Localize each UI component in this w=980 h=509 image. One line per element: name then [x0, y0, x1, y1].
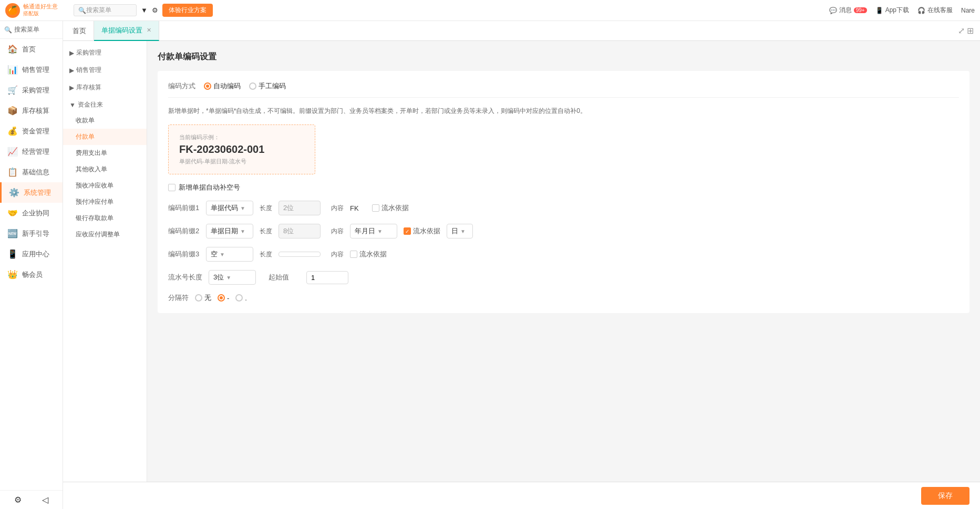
sidebar-item-sales[interactable]: 📊 销售管理: [0, 59, 63, 80]
tab-close-icon[interactable]: ✕: [147, 27, 151, 34]
sub-item-receipt[interactable]: 收款单: [63, 112, 147, 129]
purchase-icon: 🛒: [7, 85, 18, 95]
group-sales-title[interactable]: ▶ 销售管理: [63, 63, 147, 78]
experience-button[interactable]: 体验行业方案: [162, 4, 213, 17]
separator-dot-circle: [235, 294, 243, 302]
message-icon: 💬: [829, 7, 837, 14]
serial1-box: [372, 204, 379, 212]
serial-length-select[interactable]: 3位 ▼: [209, 270, 256, 285]
logo-sub: 搭配版: [23, 10, 58, 17]
serial2-checkbox[interactable]: ✓ 流水依据: [404, 226, 440, 236]
tab-code-settings[interactable]: 单据编码设置 ✕: [94, 21, 159, 41]
finance-icon: 💰: [7, 126, 18, 136]
sidebar-item-purchase[interactable]: 🛒 采购管理: [0, 80, 63, 100]
sidebar-item-apps[interactable]: 📱 应用中心: [0, 244, 63, 264]
collapse-icon[interactable]: ◁: [42, 495, 48, 505]
sidebar: 🔍 搜索菜单 🏠 首页 📊 销售管理 🛒 采购管理 📦 库存核算 💰 资金管理 …: [0, 21, 63, 509]
prefix3-arrow: ▼: [220, 252, 225, 257]
sidebar-search[interactable]: 🔍 搜索菜单: [0, 21, 63, 39]
tab-home-label: 首页: [73, 26, 86, 36]
sidebar-item-system[interactable]: ⚙️ 系统管理: [0, 182, 63, 203]
sub-item-bank[interactable]: 银行存取款单: [63, 210, 147, 226]
sidebar-label-business: 经营管理: [22, 147, 49, 157]
sub-item-pre-receipt[interactable]: 预收冲应收单: [63, 178, 147, 194]
manual-encode-radio[interactable]: 手工编码: [249, 81, 286, 91]
group-purchase-label: 采购管理: [76, 48, 101, 57]
arrow-right-icon3: ▶: [69, 84, 74, 91]
sales-icon: 📊: [7, 65, 18, 75]
sidebar-item-member[interactable]: 👑 畅会员: [0, 264, 63, 285]
separator-dash[interactable]: -: [218, 294, 229, 302]
sidebar-item-cooperation[interactable]: 🤝 企业协同: [0, 203, 63, 223]
separator-none-circle: [195, 294, 202, 302]
top-header: 🍊 畅通道好生意 搭配版 🔍 搜索菜单 ▼ ⚙ 体验行业方案 💬 消息 99+ …: [0, 0, 980, 21]
sub-item-expense[interactable]: 费用支出单: [63, 145, 147, 161]
content2-value: 年月日: [355, 226, 375, 236]
content-panel: 付款单编码设置 编码方式 自动编码 手工编码 新增单据时，*单据编码*自动生成: [147, 41, 980, 509]
sidebar-item-home[interactable]: 🏠 首页: [0, 39, 63, 59]
auto-encode-label: 自动编码: [213, 81, 241, 91]
separator-dash-label: -: [227, 294, 229, 302]
length1-label: 长度: [260, 204, 272, 213]
group-capital-label: 资金往来: [78, 100, 103, 109]
group-purchase-title[interactable]: ▶ 采购管理: [63, 45, 147, 60]
group-capital: ▼ 资金往来 收款单 付款单 费用支出单 其他收入单 预收冲应收单 预付冲应付单…: [63, 97, 147, 243]
user-info[interactable]: Nare: [961, 7, 975, 14]
start-value-input[interactable]: [306, 271, 348, 284]
basic-icon: 📋: [7, 167, 18, 177]
auto-fill-checkbox[interactable]: [168, 184, 176, 191]
logo-text: 畅通道好生意: [23, 3, 58, 10]
content1-label: 内容: [331, 204, 344, 213]
sub-item-other-income[interactable]: 其他收入单: [63, 161, 147, 178]
prefix3-label: 编码前缀3: [168, 250, 200, 259]
serial-length-value: 3位: [213, 273, 224, 282]
sidebar-item-guide[interactable]: 🆕 新手引导: [0, 223, 63, 244]
preview-value: FK-20230602-001: [179, 143, 304, 155]
content1-value: FK: [350, 204, 366, 212]
app-download-item[interactable]: 📱 App下载: [875, 6, 909, 15]
separator-none[interactable]: 无: [195, 293, 211, 303]
group-capital-title[interactable]: ▼ 资金往来: [63, 97, 147, 112]
serial1-checkbox[interactable]: 流水依据: [372, 203, 409, 213]
separator-dot[interactable]: .: [235, 294, 247, 302]
prefix2-select[interactable]: 单据日期 ▼: [206, 224, 253, 238]
sidebar-item-basic[interactable]: 📋 基础信息: [0, 162, 63, 182]
sidebar-item-business[interactable]: 📈 经营管理: [0, 141, 63, 162]
arrow-right-icon2: ▶: [69, 67, 74, 74]
message-item[interactable]: 💬 消息 99+: [829, 6, 867, 15]
prefix3-select[interactable]: 空 ▼: [206, 247, 253, 262]
serial2-unit-value: 日: [451, 226, 458, 236]
auto-fill-label: 新增单据自动补空号: [179, 183, 240, 192]
tab-home[interactable]: 首页: [65, 21, 94, 41]
serial-length-arrow: ▼: [226, 275, 231, 281]
chevron-down-icon[interactable]: ▼: [141, 6, 148, 14]
auto-encode-radio[interactable]: 自动编码: [204, 81, 241, 91]
serial3-checkbox[interactable]: 流水依据: [350, 250, 387, 259]
member-icon: 👑: [7, 269, 18, 279]
header-search[interactable]: 🔍 搜索菜单: [74, 4, 137, 16]
sub-item-payment[interactable]: 付款单: [63, 129, 147, 145]
arrow-right-icon: ▶: [69, 49, 74, 57]
manual-encode-circle: [249, 82, 256, 90]
settings-icon[interactable]: ⚙: [152, 6, 158, 14]
group-inventory-title[interactable]: ▶ 库存核算: [63, 80, 147, 95]
tab-expand-icon[interactable]: ⤢: [958, 26, 965, 36]
length3-input[interactable]: [278, 252, 321, 257]
inventory-icon: 📦: [7, 106, 18, 116]
bottom-bar: 保存: [63, 482, 980, 509]
save-button[interactable]: 保存: [921, 487, 969, 505]
sub-item-pre-payment[interactable]: 预付冲应付单: [63, 194, 147, 210]
length1-input: 2位: [278, 201, 321, 215]
main-content: ▶ 采购管理 ▶ 销售管理 ▶ 库存核算 ▼ 资金往来 收款单 付款单 费用支出…: [63, 41, 980, 509]
sidebar-item-finance[interactable]: 💰 资金管理: [0, 121, 63, 141]
sidebar-item-inventory[interactable]: 📦 库存核算: [0, 100, 63, 121]
online-service-item[interactable]: 🎧 在线客服: [917, 6, 953, 15]
tab-fullscreen-icon[interactable]: ⊞: [967, 26, 974, 36]
sidebar-label-purchase: 采购管理: [22, 86, 49, 95]
prefix1-select[interactable]: 单据代码 ▼: [206, 201, 253, 215]
settings-bottom-icon[interactable]: ⚙: [14, 495, 22, 505]
content2-select[interactable]: 年月日 ▼: [350, 224, 397, 238]
sub-item-adjust[interactable]: 应收应付调整单: [63, 226, 147, 243]
separator-none-label: 无: [204, 293, 211, 303]
serial2-unit-select[interactable]: 日 ▼: [447, 224, 473, 238]
